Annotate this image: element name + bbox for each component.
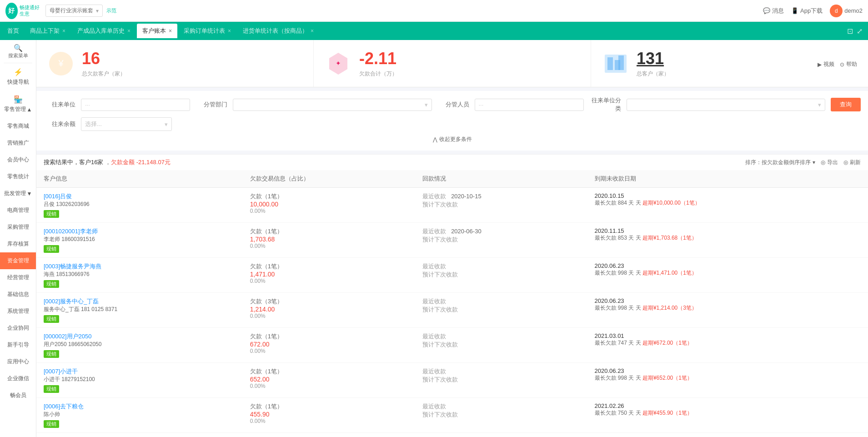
overdue-amount-link-5[interactable]: 超期¥652.00（1笔） bbox=[642, 375, 692, 381]
app-download-btn[interactable]: 📱 App下载 bbox=[791, 7, 823, 15]
top-bar: 好 畅捷通好生意 母婴行业演示账套 ▾ 示范 💬 消息 📱 App下载 d de… bbox=[0, 0, 868, 22]
sidebar-item-wechat[interactable]: 企业微信 bbox=[0, 370, 36, 387]
customer-id-link-2[interactable]: [0003]畅捷服务尹海燕 bbox=[44, 263, 101, 270]
balance-select[interactable]: 选择... ▾ bbox=[81, 117, 172, 131]
tab-close-products[interactable]: × bbox=[62, 28, 65, 34]
user-avatar[interactable]: d demo2 bbox=[830, 5, 863, 17]
sidebar-item-basic-info[interactable]: 基础信息 bbox=[0, 286, 36, 303]
overdue-amount-link-0[interactable]: 超期¥10,000.00（1笔） bbox=[642, 200, 700, 206]
stat-total-count: 131 bbox=[637, 49, 669, 68]
sidebar-item-ecommerce[interactable]: 电商管理 bbox=[0, 202, 36, 219]
cell-due-date-3: 2020.06.23 最长欠款 998 天 天 超期¥1,214.00（3笔） bbox=[587, 293, 868, 328]
customer-tag-4: 现销 bbox=[44, 350, 59, 358]
overdue-amount-link-4[interactable]: 超期¥672.00（1笔） bbox=[642, 340, 692, 346]
overdue-amount-link-1[interactable]: 超期¥1,703.68（1笔） bbox=[642, 235, 697, 241]
overdue-days-1: 最长欠款 853 天 天 超期¥1,703.68（1笔） bbox=[595, 234, 861, 242]
sort-btn[interactable]: 排序：按欠款金额倒序排序 ▾ bbox=[745, 159, 815, 166]
sidebar-item-inventory[interactable]: 库存核算 bbox=[0, 236, 36, 252]
stat-overdue-amount: ✦ -2.11 欠款合计（万） bbox=[314, 40, 591, 87]
debt-amount-5[interactable]: 652.00 bbox=[250, 376, 408, 383]
debt-amount-0[interactable]: 10,000.00 bbox=[250, 201, 408, 208]
sidebar-item-member[interactable]: 会员中心 bbox=[0, 151, 36, 168]
sidebar-item-app-center[interactable]: 应用中心 bbox=[0, 353, 36, 370]
debt-amount-4[interactable]: 672.00 bbox=[250, 341, 408, 348]
cell-debt-2: 欠款（1笔） 1,471.00 0.00% bbox=[243, 258, 415, 293]
sidebar-item-retail-mall[interactable]: 零售商城 bbox=[0, 118, 36, 135]
th-repayment: 回款情况 bbox=[415, 170, 587, 188]
sidebar-item-enterprise-collab[interactable]: 企业协同 bbox=[0, 320, 36, 337]
last-payment-2: 最近收款 bbox=[422, 262, 580, 271]
sidebar-item-quick-nav[interactable]: ⚡ 快捷导航 bbox=[0, 63, 36, 90]
tab-close-goods[interactable]: × bbox=[311, 28, 314, 34]
sidebar-item-retail-stats[interactable]: 零售统计 bbox=[0, 168, 36, 185]
main-content: ¥ 16 总欠款客户（家） ✦ -2.11 欠款合计（万） bbox=[36, 40, 868, 437]
debt-amount-1[interactable]: 1,703.68 bbox=[250, 236, 408, 243]
category-select[interactable]: ▾ bbox=[627, 99, 826, 111]
customer-id-link-4[interactable]: [000002]用户2050 bbox=[44, 333, 92, 340]
result-bar: 搜索结果中，客户16家 ，欠款金额 -21,148.07元 排序：按欠款金额倒序… bbox=[36, 154, 868, 170]
sidebar-item-purchase[interactable]: 采购管理 bbox=[0, 219, 36, 236]
customer-tag-1: 现销 bbox=[44, 245, 59, 253]
video-btn[interactable]: ▶ 视频 bbox=[818, 60, 834, 68]
next-payment-5: 预计下次收款 bbox=[422, 376, 580, 384]
customer-contact-3: 服务中心_丁磊 181 0125 8371 bbox=[44, 306, 236, 313]
tab-maximize-btn[interactable]: ⤢ bbox=[857, 27, 863, 35]
message-btn[interactable]: 💬 消息 bbox=[763, 7, 784, 15]
sidebar-item-business[interactable]: 经营管理 bbox=[0, 269, 36, 286]
debt-amount-2[interactable]: 1,471.00 bbox=[250, 271, 408, 278]
th-customer: 客户信息 bbox=[36, 170, 243, 188]
tab-minimize-btn[interactable]: ⊡ bbox=[847, 27, 853, 35]
industry-selector[interactable]: 母婴行业演示账套 ▾ bbox=[45, 5, 103, 17]
refresh-btn[interactable]: ◎ 刷新 bbox=[843, 159, 861, 166]
overdue-amount-link-3[interactable]: 超期¥1,214.00（3笔） bbox=[642, 305, 697, 311]
customer-id-link-3[interactable]: [0002]服务中心_丁磊 bbox=[44, 298, 99, 305]
sidebar-item-newbie[interactable]: 新手引导 bbox=[0, 337, 36, 353]
debt-pct-4: 0.00% bbox=[250, 348, 408, 354]
tab-purchase-stats[interactable]: 采购订单统计表 × bbox=[178, 24, 236, 38]
due-date-6: 2021.02.26 bbox=[595, 402, 861, 409]
sidebar-item-finance[interactable]: 资金管理 bbox=[0, 252, 36, 269]
next-payment-6: 预计下次收款 bbox=[422, 411, 580, 419]
from-unit-input[interactable]: ··· bbox=[81, 99, 190, 111]
cell-repayment-3: 最近收款 预计下次收款 bbox=[415, 293, 587, 328]
dept-select[interactable]: ▾ bbox=[233, 99, 432, 111]
tab-goods-stats[interactable]: 进货单统计表（按商品） × bbox=[237, 24, 319, 38]
sidebar-item-wholesale[interactable]: 批发管理 ▼ bbox=[0, 185, 36, 202]
sidebar-item-marketing[interactable]: 营销推广 bbox=[0, 135, 36, 151]
sidebar-item-retail-mgmt[interactable]: 🏪 零售管理 ▲ bbox=[0, 90, 36, 118]
customer-id-link-6[interactable]: [0006]去下粮仓 bbox=[44, 403, 84, 410]
overdue-amount-link-6[interactable]: 超期¥455.90（1笔） bbox=[642, 410, 692, 416]
customer-id-link-5[interactable]: [0007]小进干 bbox=[44, 368, 78, 375]
debt-amount-6[interactable]: 455.90 bbox=[250, 411, 408, 418]
customer-contact-2: 海燕 18513066976 bbox=[44, 271, 236, 278]
tab-home[interactable]: 首页 bbox=[2, 27, 25, 35]
balance-arrow-icon: ▾ bbox=[165, 121, 168, 128]
debt-desc-2: 欠款（1笔） bbox=[250, 262, 408, 271]
overdue-amount-link-2[interactable]: 超期¥1,471.00（1笔） bbox=[642, 270, 697, 276]
message-icon: 💬 bbox=[763, 7, 770, 14]
sidebar-item-member-vip[interactable]: 畅会员 bbox=[0, 387, 36, 404]
sidebar-search-btn[interactable]: 🔍 搜索菜单 bbox=[0, 40, 36, 63]
tab-close-production[interactable]: × bbox=[127, 28, 130, 34]
tab-customer-account[interactable]: 客户账本 × bbox=[137, 24, 177, 38]
help-icon: ⊙ bbox=[840, 61, 844, 68]
cell-due-date-7: 2020.12.30 最长欠款 808 天 天 超期¥429.00（1笔） bbox=[587, 433, 868, 437]
tab-close-customer[interactable]: × bbox=[169, 28, 172, 34]
search-button[interactable]: 查询 bbox=[831, 98, 861, 111]
tab-products[interactable]: 商品上下架 × bbox=[25, 24, 71, 38]
sidebar-item-system[interactable]: 系统管理 bbox=[0, 303, 36, 320]
export-btn[interactable]: ◎ 导出 bbox=[821, 159, 838, 166]
customer-id-link-1[interactable]: [0001020001]李老师 bbox=[44, 228, 98, 235]
tab-production[interactable]: 产成品入库单历史 × bbox=[72, 24, 136, 38]
collapse-btn[interactable]: ⋀ 收起更多条件 bbox=[44, 136, 861, 143]
debt-amount-3[interactable]: 1,214.00 bbox=[250, 306, 408, 313]
overdue-days-3: 最长欠款 998 天 天 超期¥1,214.00（3笔） bbox=[595, 304, 861, 312]
customer-id-link-0[interactable]: [0016]吕俊 bbox=[44, 193, 72, 200]
debt-desc-5: 欠款（1笔） bbox=[250, 367, 408, 376]
tab-close-purchase[interactable]: × bbox=[228, 28, 231, 34]
cell-repayment-2: 最近收款 预计下次收款 bbox=[415, 258, 587, 293]
help-btn[interactable]: ⊙ 帮助 bbox=[840, 60, 857, 68]
person-input[interactable]: ··· bbox=[475, 99, 584, 111]
from-unit-label: 往来单位 bbox=[44, 100, 75, 109]
table-row: [000001]黄思源 黄思源 13552700226 现销 欠款（1笔） 42… bbox=[36, 433, 868, 437]
